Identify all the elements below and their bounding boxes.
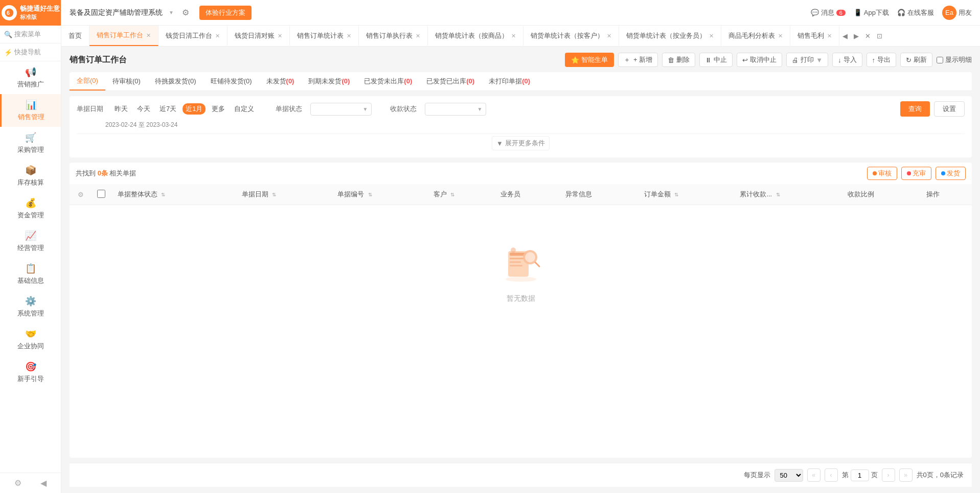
show-detail-checkbox[interactable] xyxy=(937,57,943,63)
show-detail-checkbox-label[interactable]: 显示明细 xyxy=(937,55,972,64)
sidebar-item-basic[interactable]: 📋 基础信息 xyxy=(0,258,61,290)
status-select[interactable] xyxy=(310,103,372,116)
subtab-all[interactable]: 全部(0) xyxy=(70,72,105,91)
sidebar-item-marketing[interactable]: 📢 营销推广 xyxy=(0,61,61,94)
tab-cash-recon[interactable]: 钱货日清对账 ✕ xyxy=(227,26,290,46)
cancel-suspend-btn[interactable]: ↩ 取消中止 xyxy=(737,53,782,67)
subtab-pending-ship[interactable]: 待挑拨发货(0) xyxy=(148,73,203,90)
first-page-btn[interactable]: « xyxy=(807,468,821,482)
sidebar-item-purchase[interactable]: 🛒 采购管理 xyxy=(0,127,61,160)
tab-close-cash-clear[interactable]: ✕ xyxy=(215,33,220,39)
payment-select[interactable] xyxy=(425,103,486,116)
sidebar-item-system[interactable]: ⚙️ 系统管理 xyxy=(0,290,61,323)
per-page-select[interactable]: 50 10 20 100 xyxy=(774,469,803,482)
tab-prev-nav[interactable]: ◀ xyxy=(839,32,851,40)
cancel-audit-dot xyxy=(907,171,911,175)
per-page-label: 每页显示 xyxy=(744,470,770,480)
expand-conditions-btn[interactable]: ▼ 展开更多条件 xyxy=(492,136,550,150)
subtab-pending-review[interactable]: 待审核(0) xyxy=(105,73,148,90)
customer-sort-icon[interactable]: ⇅ xyxy=(450,192,454,197)
query-btn[interactable]: 查询 xyxy=(900,101,930,117)
sidebar-item-sales[interactable]: 📊 销售管理 xyxy=(0,94,61,127)
subtab-shipped-not-out[interactable]: 已发货未出库(0) xyxy=(357,73,419,90)
prev-page-btn[interactable]: ‹ xyxy=(825,468,838,482)
tab-expand[interactable]: ⊡ xyxy=(874,32,885,40)
col-checkbox-header[interactable] xyxy=(92,184,112,205)
tab-close-gross-profit[interactable]: ✕ xyxy=(778,33,783,39)
date-sort-icon[interactable]: ⇅ xyxy=(272,192,276,197)
page-input[interactable] xyxy=(851,469,869,481)
ship-btn[interactable]: 发货 xyxy=(936,167,966,180)
tab-sales-workbench[interactable]: 销售订单工作台 ✕ xyxy=(89,26,158,46)
quick-nav[interactable]: ⚡ 快捷导航 xyxy=(0,43,61,61)
col-settings-header[interactable]: ⚙ xyxy=(70,184,92,205)
date-btn-1month[interactable]: 近1月 xyxy=(183,103,206,115)
subtab-wangpu[interactable]: 旺铺待发货(0) xyxy=(203,73,259,90)
print-btn[interactable]: 🖨 打印 ▼ xyxy=(786,53,828,67)
tab-close-sales-stat-prod[interactable]: ✕ xyxy=(511,33,516,39)
sidebar-item-enterprise[interactable]: 🤝 企业协同 xyxy=(0,323,61,356)
tab-sales-stat-staff[interactable]: 销货单统计表（按业务员） ✕ xyxy=(619,26,721,46)
date-btn-today[interactable]: 今天 xyxy=(134,103,153,115)
tab-next-nav[interactable]: ▶ xyxy=(851,32,862,40)
next-page-btn[interactable]: › xyxy=(882,468,895,482)
number-sort-icon[interactable]: ⇅ xyxy=(368,192,372,197)
refresh-btn[interactable]: ↻ 刷新 xyxy=(900,53,932,67)
sidebar-item-finance[interactable]: 💰 资金管理 xyxy=(0,192,61,225)
collected-sort-icon[interactable]: ⇅ xyxy=(776,192,780,197)
tab-close-sales-stat[interactable]: ✕ xyxy=(347,33,351,39)
topbar-right: 💬 消息 6 📱 App下载 🎧 在线客服 Ea 用友 xyxy=(811,6,972,20)
suspend-btn[interactable]: ⏸ 中止 xyxy=(699,53,733,67)
delete-btn[interactable]: 🗑 删除 xyxy=(662,53,695,67)
tab-sales-stat[interactable]: 销售订单统计表 ✕ xyxy=(290,26,359,46)
search-menu[interactable]: 🔍 搜索菜单 xyxy=(0,26,61,43)
app-download-btn[interactable]: 📱 App下载 xyxy=(854,8,889,17)
import-btn[interactable]: ↓ 导入 xyxy=(832,53,862,67)
tab-gross-profit[interactable]: 商品毛利分析表 ✕ xyxy=(721,26,790,46)
cancel-audit-btn[interactable]: 充审 xyxy=(901,167,931,180)
user-profile-btn[interactable]: Ea 用友 xyxy=(942,6,972,20)
filter-row-date-range: 2023-02-24 至 2023-03-24 xyxy=(77,121,965,129)
tab-sales-stat-cust[interactable]: 销货单统计表（按客户） ✕ xyxy=(523,26,619,46)
subtab-not-shipped[interactable]: 未发货(0) xyxy=(259,73,302,90)
topbar-gear-icon[interactable]: ⚙ xyxy=(182,8,189,17)
tab-close-sales-stat-staff[interactable]: ✕ xyxy=(709,33,714,39)
tab-home[interactable]: 首页 xyxy=(61,26,89,46)
tab-close-all[interactable]: ✕ xyxy=(862,32,874,40)
sidebar-item-guide[interactable]: 🎯 新手引导 xyxy=(0,356,61,389)
tab-close-sales-gross[interactable]: ✕ xyxy=(827,33,832,39)
smart-generate-btn[interactable]: ⭐ 智能生单 xyxy=(565,53,614,67)
export-btn[interactable]: ↑ 导出 xyxy=(867,53,897,67)
subtab-overdue[interactable]: 到期未发货(0) xyxy=(301,73,357,90)
tab-close-sales-workbench[interactable]: ✕ xyxy=(146,32,151,39)
industry-solution-btn[interactable]: 体验行业方案 xyxy=(199,6,252,20)
subtab-shipped-out[interactable]: 已发货已出库(0) xyxy=(419,73,482,90)
date-btn-custom[interactable]: 自定义 xyxy=(231,103,257,115)
sidebar-item-inventory[interactable]: 📦 库存核算 xyxy=(0,160,61,192)
tab-close-sales-exec[interactable]: ✕ xyxy=(416,33,420,39)
filter-settings-btn[interactable]: 设置 xyxy=(934,101,965,117)
date-btn-yesterday[interactable]: 昨天 xyxy=(111,103,131,115)
audit-btn[interactable]: 审核 xyxy=(867,167,897,180)
select-all-checkbox[interactable] xyxy=(97,190,105,198)
add-btn[interactable]: ＋ + 新增 xyxy=(618,53,658,67)
sidebar-item-operations[interactable]: 📈 经营管理 xyxy=(0,225,61,258)
tab-close-sales-stat-cust[interactable]: ✕ xyxy=(607,33,611,39)
amount-sort-icon[interactable]: ⇅ xyxy=(674,192,678,197)
col-operation-header: 操作 xyxy=(921,184,972,205)
sidebar-settings-btn[interactable]: ⚙ xyxy=(14,478,21,488)
date-btn-7days[interactable]: 近7天 xyxy=(156,103,179,115)
tab-sales-stat-prod[interactable]: 销货单统计表（按商品） ✕ xyxy=(428,26,523,46)
last-page-btn[interactable]: » xyxy=(899,468,913,482)
online-service-btn[interactable]: 🎧 在线客服 xyxy=(897,8,934,17)
subtab-not-printed[interactable]: 未打印单据(0) xyxy=(482,73,537,90)
sidebar-logo: 6 畅捷通好生意 标准版 xyxy=(0,0,61,26)
tab-close-cash-recon[interactable]: ✕ xyxy=(278,33,282,39)
tab-sales-exec[interactable]: 销售订单执行表 ✕ xyxy=(359,26,428,46)
status-sort-icon[interactable]: ⇅ xyxy=(161,192,165,197)
message-btn[interactable]: 💬 消息 6 xyxy=(811,8,846,17)
date-btn-more[interactable]: 更多 xyxy=(209,103,228,115)
tab-cash-clear[interactable]: 钱货日清工作台 ✕ xyxy=(158,26,227,46)
tab-sales-gross[interactable]: 销售毛利 ✕ xyxy=(790,26,839,46)
sidebar-collapse-btn[interactable]: ◀ xyxy=(40,478,47,488)
